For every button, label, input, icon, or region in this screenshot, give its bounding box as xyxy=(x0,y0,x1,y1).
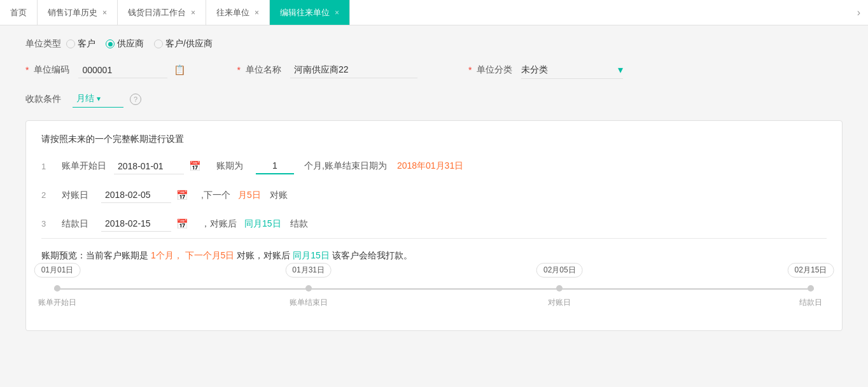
timeline-label-1: 01月01日 xyxy=(34,263,81,278)
unit-type-label: 单位类型 xyxy=(25,38,61,50)
period-row-3: 3 结款日 📅 ，对账后 同月15日 结款 xyxy=(41,216,827,232)
date-wrap-3: 📅 xyxy=(101,216,188,232)
preview-part1: 1个月， xyxy=(151,250,183,260)
calendar-icon-3[interactable]: 📅 xyxy=(176,218,188,230)
period-label-1: 账单开始日 xyxy=(62,160,106,172)
collect-row: 收款条件 月结 ▾ ? xyxy=(25,90,843,108)
collect-label: 收款条件 xyxy=(25,94,61,105)
collect-select[interactable]: 月结 ▾ xyxy=(73,90,123,108)
date-input-3[interactable] xyxy=(101,216,171,232)
timeline-label-2: 01月31日 xyxy=(285,263,332,278)
radio-label-both: 客户/供应商 xyxy=(165,38,213,50)
tab-more-button[interactable]: › xyxy=(850,0,868,25)
timeline-dot-2 xyxy=(305,285,312,292)
help-icon[interactable]: ? xyxy=(130,94,141,105)
period-row-1: 1 账单开始日 📅 账期为 个月,账单结束日期为 2018年01月31日 xyxy=(41,158,827,174)
calendar-icon-2[interactable]: 📅 xyxy=(176,190,188,201)
unit-category-star: * xyxy=(468,65,472,75)
unit-code-calendar-icon[interactable]: 📋 xyxy=(174,64,186,76)
unit-category-select[interactable]: 未分类 ▾ xyxy=(521,61,623,79)
main-content: 单位类型 客户 供应商 客户/供应商 * 单位编码 📋 * 单位名称 xyxy=(0,25,868,387)
timeline-dot-3 xyxy=(556,285,563,292)
tab-partner-unit[interactable]: 往来单位 × xyxy=(206,0,270,25)
radio-circle-both xyxy=(154,39,163,48)
preview-suffix: 该客户会给我打款。 xyxy=(332,250,412,260)
unit-type-row: 单位类型 客户 供应商 客户/供应商 xyxy=(25,38,843,50)
preview-part2: 下一个月5日 xyxy=(185,250,235,260)
collect-arrow-icon: ▾ xyxy=(97,94,101,103)
month-input[interactable] xyxy=(256,158,294,174)
unit-code-label: 单位编码 xyxy=(34,64,69,76)
timeline-label-4: 02月15日 xyxy=(788,263,834,278)
timeline-dot-1 xyxy=(54,285,60,292)
unit-category-value: 未分类 xyxy=(521,64,615,76)
timeline-sublabel-2: 账单结束日 xyxy=(290,297,328,308)
period-desc-suffix-2: 对账 xyxy=(270,190,288,201)
unit-name-star: * xyxy=(237,65,240,75)
unit-code-input[interactable] xyxy=(78,62,167,78)
unit-code-star: * xyxy=(25,65,29,75)
date-wrap-2: 📅 xyxy=(101,187,188,203)
timeline-label-3: 02月05日 xyxy=(536,263,583,278)
timeline: 01月01日 账单开始日 01月31日 账单结束日 02月05日 对账 xyxy=(41,277,827,315)
date-wrap-1: 📅 xyxy=(114,158,201,174)
preview-part3: 同月15日 xyxy=(293,250,330,260)
timeline-node-3: 02月05日 对账日 xyxy=(556,277,563,292)
unit-category-group: * 单位分类 未分类 ▾ xyxy=(468,61,623,79)
unit-name-label: 单位名称 xyxy=(246,64,281,76)
period-label-2: 对账日 xyxy=(62,190,94,201)
radio-label-customer: 客户 xyxy=(78,38,95,50)
calendar-icon-1[interactable]: 📅 xyxy=(189,160,201,172)
unit-fields-row: * 单位编码 📋 * 单位名称 * 单位分类 未分类 ▾ xyxy=(25,61,843,79)
preview-middle: 对账，对账后 xyxy=(237,250,290,260)
period-row-2: 2 对账日 📅 ,下一个 月5日 对账 xyxy=(41,187,827,203)
radio-supplier[interactable]: 供应商 xyxy=(106,38,144,50)
period-desc-prefix-2: ,下一个 xyxy=(201,190,230,201)
period-highlight-3: 同月15日 xyxy=(244,218,281,230)
timeline-sublabel-3: 对账日 xyxy=(548,297,571,308)
tab-sales-history[interactable]: 销售订单历史 × xyxy=(38,0,118,25)
tab-home[interactable]: 首页 xyxy=(0,0,38,25)
unit-name-input[interactable] xyxy=(290,62,417,78)
period-desc-prefix-1: 账期为 xyxy=(216,160,243,172)
radio-both[interactable]: 客户/供应商 xyxy=(154,38,213,50)
period-num-3: 3 xyxy=(41,219,54,229)
tab-cash-work[interactable]: 钱货日清工作台 × xyxy=(118,0,206,25)
period-num-1: 1 xyxy=(41,162,54,171)
radio-label-supplier: 供应商 xyxy=(117,38,144,50)
period-desc-suffix-3: 结款 xyxy=(290,218,308,230)
period-label-3: 结款日 xyxy=(62,218,94,230)
period-card: 请按照未来的一个完整帐期进行设置 1 账单开始日 📅 账期为 个月,账单结束日期… xyxy=(25,120,843,331)
collect-value: 月结 xyxy=(76,93,94,104)
period-hint: 请按照未来的一个完整帐期进行设置 xyxy=(41,134,827,145)
timeline-sublabel-1: 账单开始日 xyxy=(38,297,76,308)
tab-bar: 首页 销售订单历史 × 钱货日清工作台 × 往来单位 × 编辑往来单位 × › xyxy=(0,0,868,25)
date-input-2[interactable] xyxy=(101,187,171,203)
radio-circle-customer xyxy=(66,39,75,48)
timeline-track: 01月01日 账单开始日 01月31日 账单结束日 02月05日 对账 xyxy=(54,277,814,315)
timeline-node-1: 01月01日 账单开始日 xyxy=(54,277,60,292)
period-highlight-2: 月5日 xyxy=(238,190,261,201)
preview-text: 账期预览：当前客户账期是 1个月， 下一个月5日 对账，对账后 同月15日 该客… xyxy=(41,250,827,262)
period-desc-suffix-1: 个月,账单结束日期为 xyxy=(304,160,387,172)
radio-customer[interactable]: 客户 xyxy=(66,38,95,50)
timeline-node-4: 02月15日 结款日 xyxy=(808,277,814,292)
period-desc-prefix-3: ，对账后 xyxy=(201,218,237,230)
timeline-sublabel-4: 结款日 xyxy=(799,297,822,308)
radio-circle-supplier xyxy=(106,39,115,48)
period-highlight-1: 2018年01月31日 xyxy=(397,160,463,172)
preview-prefix: 账期预览：当前客户账期是 xyxy=(41,250,148,260)
timeline-node-2: 01月31日 账单结束日 xyxy=(305,277,312,292)
unit-type-radio-group: 客户 供应商 客户/供应商 xyxy=(66,38,213,50)
tab-edit-partner[interactable]: 编辑往来单位 × xyxy=(270,0,350,25)
unit-category-arrow-icon: ▾ xyxy=(618,64,623,76)
tab-close-edit-partner[interactable]: × xyxy=(335,8,339,17)
tab-close-cash-work[interactable]: × xyxy=(191,8,195,17)
unit-name-group: * 单位名称 xyxy=(237,62,417,78)
date-input-1[interactable] xyxy=(114,158,184,174)
unit-category-label: 单位分类 xyxy=(477,64,512,76)
tab-close-partner-unit[interactable]: × xyxy=(255,8,259,17)
period-num-2: 2 xyxy=(41,190,54,200)
timeline-nodes: 01月01日 账单开始日 01月31日 账单结束日 02月05日 对账 xyxy=(54,277,814,292)
tab-close-sales-history[interactable]: × xyxy=(102,8,107,17)
